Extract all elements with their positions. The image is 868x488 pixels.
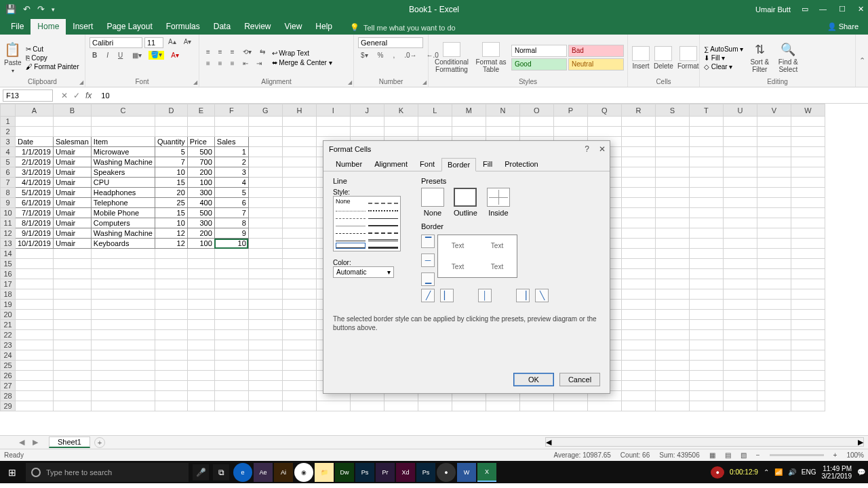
tab-review[interactable]: Review	[237, 19, 277, 35]
cell[interactable]	[791, 239, 825, 249]
cell[interactable]	[214, 127, 248, 137]
col-header[interactable]: Q	[587, 104, 621, 117]
cell[interactable]	[486, 127, 519, 137]
close-icon[interactable]: ✕	[599, 144, 606, 154]
cell[interactable]	[689, 198, 723, 208]
cell[interactable]	[689, 401, 723, 411]
tray-up-icon[interactable]: ⌃	[764, 468, 769, 476]
cell[interactable]	[519, 117, 553, 127]
cell[interactable]	[655, 320, 689, 330]
border-bottom-button[interactable]: ▁	[421, 272, 435, 286]
cell[interactable]: Umair	[53, 178, 91, 188]
cell[interactable]	[53, 300, 91, 310]
cell[interactable]	[757, 208, 791, 218]
fill-color-button[interactable]: 🪣▾	[149, 51, 164, 60]
cell[interactable]: 9/1/2019	[16, 228, 54, 239]
cell[interactable]	[187, 269, 214, 279]
cell[interactable]	[621, 350, 655, 361]
insert-cells-button[interactable]: Insert	[632, 46, 650, 70]
cell[interactable]	[723, 300, 757, 310]
cell[interactable]	[53, 350, 91, 361]
cell[interactable]	[187, 350, 214, 361]
cell[interactable]	[655, 300, 689, 310]
cell[interactable]: Umair	[53, 147, 91, 157]
formula-input[interactable]: 10	[97, 92, 109, 100]
underline-button[interactable]: U	[115, 51, 125, 60]
cell[interactable]	[16, 249, 54, 259]
cell[interactable]	[791, 167, 825, 178]
col-header[interactable]: L	[418, 104, 452, 117]
col-header[interactable]: W	[791, 104, 825, 117]
notifications-icon[interactable]: 💬	[857, 468, 865, 476]
cell[interactable]	[214, 350, 248, 361]
cell[interactable]	[723, 249, 757, 259]
cell[interactable]: Sales	[214, 137, 248, 147]
cell[interactable]	[791, 178, 825, 188]
cell[interactable]	[248, 127, 282, 137]
cell[interactable]	[91, 381, 155, 391]
cell[interactable]	[723, 228, 757, 239]
cancel-formula-icon[interactable]: ✕	[61, 91, 68, 100]
app-photoshop-2[interactable]: Ps	[416, 463, 435, 482]
cell[interactable]	[621, 401, 655, 411]
col-header[interactable]: H	[282, 104, 316, 117]
cell[interactable]	[655, 147, 689, 157]
cell[interactable]	[791, 198, 825, 208]
cell[interactable]	[791, 117, 825, 127]
cell[interactable]	[316, 401, 350, 411]
preset-outline[interactable]: Outline	[454, 188, 477, 217]
cell[interactable]	[214, 279, 248, 289]
cell[interactable]	[248, 300, 282, 310]
cell[interactable]	[757, 157, 791, 167]
cell[interactable]	[214, 361, 248, 371]
cell[interactable]	[723, 391, 757, 401]
cell[interactable]	[214, 391, 248, 401]
cell[interactable]	[214, 259, 248, 269]
cell[interactable]	[282, 259, 316, 269]
border-left-button[interactable]: ▏	[440, 289, 454, 302]
cell[interactable]: Item	[91, 137, 155, 147]
start-button[interactable]: ⊞	[3, 463, 22, 482]
cell[interactable]: Umair	[53, 188, 91, 198]
cell[interactable]	[16, 269, 54, 279]
cell[interactable]	[689, 371, 723, 381]
cell[interactable]	[91, 117, 155, 127]
enter-formula-icon[interactable]: ✓	[73, 91, 80, 100]
cell[interactable]	[248, 269, 282, 279]
cell[interactable]	[187, 401, 214, 411]
dlg-tab-font[interactable]: Font	[414, 158, 440, 171]
wrap-text-button[interactable]: ↩ Wrap Text	[272, 49, 332, 57]
cell[interactable]	[723, 371, 757, 381]
cell[interactable]	[248, 350, 282, 361]
cell[interactable]	[791, 269, 825, 279]
cell[interactable]	[187, 361, 214, 371]
app-photoshop[interactable]: Ps	[355, 463, 374, 482]
cell[interactable]	[187, 310, 214, 320]
cell[interactable]	[282, 381, 316, 391]
cell[interactable]	[757, 178, 791, 188]
cell[interactable]	[53, 371, 91, 381]
cell[interactable]	[53, 279, 91, 289]
cell[interactable]	[621, 239, 655, 249]
cell[interactable]	[519, 401, 553, 411]
col-header[interactable]: N	[486, 104, 519, 117]
cell[interactable]	[621, 371, 655, 381]
cell[interactable]	[757, 320, 791, 330]
row-header[interactable]: 18	[1, 289, 16, 300]
cell[interactable]	[214, 381, 248, 391]
cell[interactable]	[689, 381, 723, 391]
volume-icon[interactable]: 🔊	[788, 468, 796, 476]
view-layout-icon[interactable]: ▤	[725, 451, 731, 459]
cell[interactable]	[723, 157, 757, 167]
cell[interactable]	[655, 188, 689, 198]
cell[interactable]: 7	[214, 208, 248, 218]
cell[interactable]	[689, 117, 723, 127]
row-header[interactable]: 26	[1, 371, 16, 381]
cell[interactable]	[384, 117, 418, 127]
task-view-icon[interactable]: ⧉	[213, 464, 229, 481]
cell[interactable]	[689, 249, 723, 259]
cell[interactable]	[757, 167, 791, 178]
cell[interactable]: Computers	[91, 218, 155, 228]
cell[interactable]	[282, 350, 316, 361]
cell[interactable]	[723, 239, 757, 249]
